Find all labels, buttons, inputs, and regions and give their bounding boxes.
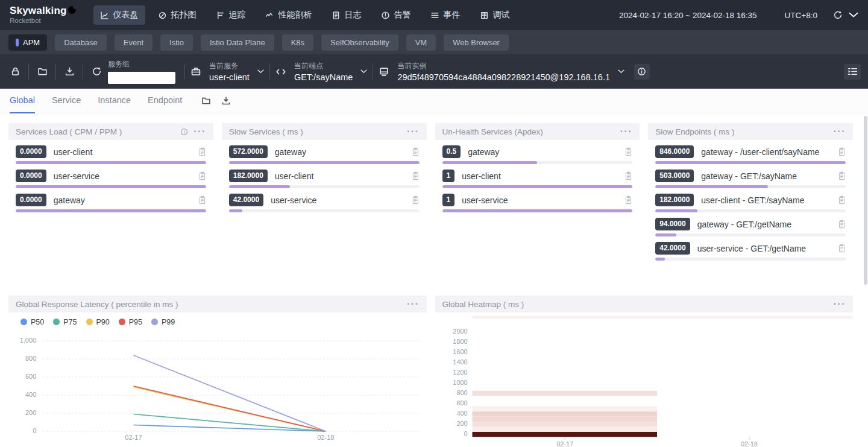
clipboard-icon[interactable] (198, 195, 206, 204)
metric-row[interactable]: 0.0000user-client (8, 140, 213, 164)
clipboard-icon[interactable] (838, 195, 846, 204)
metric-row[interactable]: 0.0000user-service (8, 164, 213, 188)
card-menu-ellipsis[interactable]: ··· (407, 301, 419, 307)
legend-item-p99[interactable]: P99 (151, 318, 175, 326)
legend-dot (151, 319, 158, 325)
metric-row[interactable]: 182.0000user-client - GET:/sayName (648, 188, 853, 212)
refresh-icon[interactable] (833, 10, 843, 20)
selector-current-service[interactable]: 当前服务user-client (190, 61, 264, 82)
dashboard-tab-label: VM (415, 38, 427, 47)
tab-endpoint[interactable]: Endpoint (148, 89, 182, 113)
clipboard-icon[interactable] (624, 147, 632, 156)
metric-row[interactable]: 1user-service (435, 188, 640, 212)
dashboard-tab-vm[interactable]: VM (406, 34, 436, 51)
clipboard-icon[interactable] (412, 147, 420, 156)
dashboard-tab-event[interactable]: Event (115, 34, 153, 51)
clipboard-icon[interactable] (624, 171, 632, 180)
download-icon[interactable] (221, 96, 231, 106)
clipboard-icon[interactable] (838, 220, 846, 229)
selector-current-instance[interactable]: 当前实例29d5f48970594ca4884a098228921450@192… (379, 61, 624, 82)
menu-item-label: 追踪 (229, 10, 246, 21)
clipboard-icon[interactable] (624, 195, 632, 204)
metric-row[interactable]: 846.0000gateway - /user-client/sayName (648, 140, 853, 164)
metric-value-badge: 846.0000 (655, 145, 694, 158)
info-button[interactable] (634, 64, 650, 80)
alarm-icon (381, 11, 390, 20)
app-logo[interactable]: Skywalking Rocketbot (10, 5, 77, 25)
menu-item-profile[interactable]: 性能剖析 (259, 5, 319, 25)
dashboard-tab-apm[interactable]: APM (8, 34, 47, 51)
folder-icon[interactable] (201, 96, 211, 106)
menu-item-topology[interactable]: 拓扑图 (151, 5, 203, 25)
chevron-down-icon[interactable] (618, 69, 624, 74)
svg-text:1200: 1200 (453, 369, 467, 376)
dashboard-tab-selfobservability[interactable]: SelfObservability (321, 34, 398, 51)
charts-row: Global Response Latency ( percentile in … (8, 296, 853, 447)
clipboard-icon[interactable] (198, 171, 206, 180)
folder-button[interactable] (34, 66, 50, 77)
card-menu-ellipsis[interactable]: ··· (834, 128, 846, 135)
legend-item-p90[interactable]: P90 (86, 318, 110, 326)
svg-text:0: 0 (33, 428, 36, 435)
menu-item-trace[interactable]: 追踪 (209, 5, 253, 25)
card-menu-ellipsis[interactable]: ··· (193, 128, 206, 135)
metric-row[interactable]: 1user-client (435, 164, 640, 188)
lock-button[interactable] (7, 66, 23, 77)
info-icon[interactable] (180, 128, 188, 136)
chevron-down-icon[interactable] (849, 10, 858, 20)
metric-bar (16, 209, 206, 212)
dashboard-tab-database[interactable]: Database (55, 34, 107, 51)
time-range-picker[interactable]: 2024-02-17 16:20 ~ 2024-02-18 16:35 (619, 11, 757, 20)
metric-row[interactable]: 42.0000user-service - GET:/getName (648, 236, 853, 261)
profile-icon (265, 11, 274, 20)
legend-item-p50[interactable]: P50 (20, 318, 44, 326)
dashboard-tab-istio[interactable]: Istio (160, 34, 193, 51)
service-group-input[interactable] (108, 72, 175, 84)
clipboard-icon[interactable] (412, 195, 420, 204)
metric-row[interactable]: 503.0000gateway - GET:/sayName (648, 164, 853, 188)
widget-panel-button[interactable] (844, 64, 861, 80)
clipboard-icon[interactable] (198, 147, 206, 156)
timezone-selector[interactable]: UTC+8:0 (785, 11, 817, 20)
reload-button[interactable] (89, 66, 104, 77)
card-menu-ellipsis[interactable]: ··· (834, 301, 846, 307)
menu-item-label: 仪表盘 (113, 10, 139, 21)
card-menu-ellipsis[interactable]: ··· (407, 128, 419, 135)
tab-global[interactable]: Global (10, 89, 35, 113)
metric-row[interactable]: 0.5gateway (435, 140, 640, 164)
dashboard-tab-istio-data-plane[interactable]: Istio Data Plane (201, 34, 274, 51)
dashboard-tab-k8s[interactable]: K8s (282, 34, 313, 51)
clipboard-icon[interactable] (838, 244, 846, 253)
menu-item-log[interactable]: 日志 (325, 5, 368, 25)
metric-label: user-client (275, 171, 404, 181)
tab-service[interactable]: Service (52, 89, 81, 113)
selector-current-endpoint[interactable]: 当前端点GET:/sayName (275, 61, 368, 82)
clipboard-icon[interactable] (412, 171, 420, 180)
clipboard-icon[interactable] (838, 171, 846, 180)
chevron-down-icon[interactable] (360, 69, 367, 74)
export-button[interactable] (61, 66, 77, 77)
metric-row[interactable]: 42.0000user-service (222, 188, 427, 212)
svg-text:800: 800 (25, 355, 36, 363)
metric-row[interactable]: 0.0000gateway (8, 188, 213, 212)
menu-item-dashboard[interactable]: 仪表盘 (93, 5, 145, 25)
svg-text:2000: 2000 (453, 328, 467, 335)
legend-item-p75[interactable]: P75 (53, 318, 77, 326)
menu-item-debug[interactable]: 调试 (473, 5, 517, 25)
folder-icon (37, 66, 48, 77)
metric-row[interactable]: 572.0000gateway (222, 140, 427, 164)
scrollbar[interactable] (864, 116, 867, 447)
chevron-down-icon[interactable] (257, 69, 264, 74)
svg-text:800: 800 (456, 389, 467, 396)
code-icon (275, 66, 286, 77)
legend-item-p95[interactable]: P95 (119, 318, 142, 326)
menu-item-alarm[interactable]: 告警 (374, 5, 418, 25)
dashboard-tab-web-browser[interactable]: Web Browser (444, 34, 509, 51)
metric-row[interactable]: 94.0000gateway - GET:/getName (648, 212, 853, 236)
clipboard-icon[interactable] (838, 147, 846, 156)
tab-instance[interactable]: Instance (98, 89, 131, 113)
metric-row[interactable]: 182.0000user-client (222, 164, 427, 188)
card-menu-ellipsis[interactable]: ··· (620, 128, 632, 135)
menu-item-event[interactable]: 事件 (424, 5, 467, 25)
scrollbar-thumb[interactable] (864, 116, 867, 285)
